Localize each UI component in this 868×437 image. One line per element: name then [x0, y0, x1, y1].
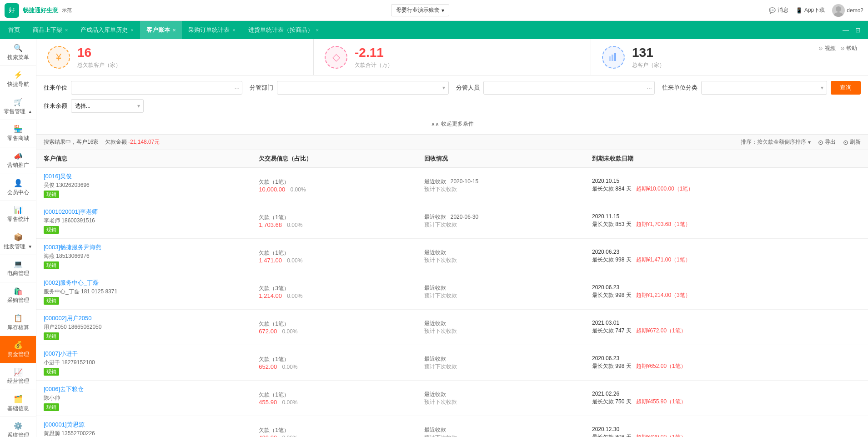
app-icon: 📱 [796, 7, 803, 14]
sidebar-item-retail-mgmt[interactable]: 🛒 零售管理 ▲ [0, 93, 36, 120]
debt-amount-6[interactable]: 455.90 [259, 399, 277, 406]
sort-select[interactable]: 排序：按欠款金额倒序排序 ▾ [741, 138, 811, 146]
cell-due-date-5: 2020.06.23 最长欠款 998 天 超期¥652.00（1笔） [585, 345, 868, 381]
dept-select[interactable] [277, 81, 448, 95]
sidebar-item-quick-nav[interactable]: ⚡ 快捷导航 [0, 66, 36, 93]
customer-name-2[interactable]: [0003]畅捷服务尹海燕 [44, 243, 244, 251]
nav-tabs: 首页 商品上下架 × 产成品入库单历史 × 客户账本 × 采购订单统计表 × 进… [0, 21, 868, 39]
sidebar-item-batch-mgmt[interactable]: 📦 批发管理 ▼ [0, 228, 36, 255]
help-btn[interactable]: ⊙ 帮助 [840, 45, 857, 52]
customer-name-5[interactable]: [0007]小进干 [44, 350, 244, 358]
inventory-icon: 📋 [14, 314, 23, 323]
message-btn[interactable]: 💬 消息 [769, 6, 788, 14]
tab-customer-account[interactable]: 客户账本 × [140, 21, 182, 39]
total-customers-label: 总客户（家） [632, 61, 811, 69]
sidebar-item-retail-store[interactable]: 🏪 零售商城 [0, 120, 36, 147]
nav-minimize-icon[interactable]: — [841, 25, 851, 35]
balance-select[interactable]: 选择... 全部 欠款 预付 [71, 99, 144, 113]
sidebar-item-member[interactable]: 👤 会员中心 [0, 174, 36, 201]
cell-due-date-3: 2020.06.23 最长欠款 998 天 超期¥1,214.00（3笔） [585, 274, 868, 310]
overdue-text-1[interactable]: 超期¥1,703.68（1笔） [636, 221, 691, 227]
owed-total-icon: ◇ [325, 46, 347, 69]
sidebar-item-base-info[interactable]: 🗂️ 基础信息 [0, 390, 36, 417]
close-tab-product-shelf[interactable]: × [65, 27, 68, 33]
customer-name-4[interactable]: [000002]用户2050 [44, 314, 244, 322]
customer-badge-5: 现销 [44, 368, 59, 376]
customer-name-6[interactable]: [0006]去下粮仓 [44, 385, 244, 393]
person-input[interactable] [483, 81, 655, 95]
overdue-text-4[interactable]: 超期¥672.00（1笔） [636, 327, 686, 334]
sidebar-item-ops[interactable]: 📈 经营管理 [0, 363, 36, 390]
sidebar-item-ecommerce[interactable]: 💻 电商管理 [0, 255, 36, 282]
col-debt-info: 欠交易信息（占比） [251, 150, 416, 168]
debt-amount-1[interactable]: 1,703.68 [259, 221, 282, 228]
person-dots[interactable]: ··· [647, 84, 652, 91]
sidebar-item-sys-mgmt[interactable]: ⚙️ 系统管理 [0, 417, 36, 437]
source-unit-dots[interactable]: ··· [235, 84, 240, 91]
tab-inventory-stats[interactable]: 进货单统计表（按商品） × [242, 21, 325, 39]
customer-name-7[interactable]: [000001]黄思源 [44, 421, 244, 429]
sidebar-item-finance[interactable]: 💰 资金管理 [0, 336, 36, 363]
debt-amount-7[interactable]: 429.00 [259, 434, 277, 437]
balance-label: 往来余额 [44, 102, 67, 110]
close-tab-purchase-order[interactable]: × [232, 27, 235, 33]
overdue-text-6[interactable]: 超期¥455.90（1笔） [636, 398, 686, 405]
sidebar-item-inventory[interactable]: 📋 库存核算 [0, 309, 36, 336]
debt-amount-2[interactable]: 1,471.00 [259, 257, 282, 264]
close-tab-inventory-stats[interactable]: × [316, 27, 319, 33]
search-button[interactable]: 查询 [831, 81, 861, 95]
refresh-btn[interactable]: ⊙ 刷新 [843, 138, 861, 146]
debt-amount-4[interactable]: 672.00 [259, 328, 277, 335]
svg-rect-4 [614, 53, 616, 61]
collapse-row[interactable]: ∧∧ 收起更多条件 [44, 117, 861, 129]
debt-percent-4: 0.00% [282, 328, 297, 335]
debt-count-4: 欠款（1笔） [259, 320, 409, 328]
due-date-0: 2020.10.15 [592, 178, 861, 184]
latest-label-3: 最近收款 [424, 284, 577, 292]
due-date-4: 2021.03.01 [592, 320, 861, 326]
store-selector[interactable]: 母婴行业演示账套 ▾ [391, 4, 449, 16]
owed-customers-number: 16 [77, 45, 302, 60]
unit-category-select-wrap: ▾ [701, 81, 827, 95]
debt-amount-5[interactable]: 652.00 [259, 363, 277, 370]
customer-name-3[interactable]: [0002]服务中心_丁磊 [44, 279, 244, 287]
latest-label-1: 最近收款 2020-06-30 [424, 213, 577, 221]
debt-count-1: 欠款（1笔） [259, 214, 409, 221]
customer-name-1[interactable]: [0001020001]李老师 [44, 208, 244, 216]
sidebar-item-marketing[interactable]: 📣 营销推广 [0, 147, 36, 174]
user-menu[interactable]: demo2 [832, 4, 863, 17]
sidebar-item-search-menu[interactable]: 🔍 搜索菜单 [0, 39, 36, 66]
nav-maximize-icon[interactable]: ⊡ [853, 25, 863, 35]
video-help-btn[interactable]: ⊙ 视频 [818, 45, 835, 52]
next-collect-2: 预计下次收款 [424, 256, 577, 264]
overdue-text-7[interactable]: 超期¥429.00（1笔） [636, 434, 686, 437]
tab-purchase-order-label: 采购订单统计表 [188, 26, 230, 34]
close-tab-customer-account[interactable]: × [173, 27, 176, 33]
stats-bar: ¥ 16 总欠款客户（家） ◇ -2.11 欠款合计（万） [36, 39, 868, 75]
header-right: 💬 消息 📱 App下载 demo2 [769, 4, 863, 17]
overdue-text-2[interactable]: 超期¥1,471.00（1笔） [636, 256, 691, 263]
debt-amount-3[interactable]: 1,214.00 [259, 292, 282, 299]
overdue-text-0[interactable]: 超期¥10,000.00（1笔） [636, 186, 694, 192]
export-btn[interactable]: ⊙ 导出 [818, 138, 836, 146]
sidebar-item-purchase[interactable]: 🛍️ 采购管理 [0, 282, 36, 309]
cell-debt-info-5: 欠款（1笔） 652.00 0.00% [251, 345, 416, 381]
source-unit-input[interactable] [71, 81, 242, 95]
close-tab-product-history[interactable]: × [130, 27, 133, 33]
result-bar-right: 排序：按欠款金额倒序排序 ▾ ⊙ 导出 ⊙ 刷新 [741, 138, 861, 146]
customer-name-0[interactable]: [0016]吴俊 [44, 172, 244, 181]
app-download-btn[interactable]: 📱 App下载 [796, 6, 825, 14]
unit-category-select[interactable] [701, 81, 827, 95]
tab-home[interactable]: 首页 [2, 21, 26, 39]
cell-collection-2: 最近收款 预计下次收款 [417, 239, 585, 274]
tab-product-history-label: 产成品入库单历史 [80, 26, 128, 34]
overdue-text-5[interactable]: 超期¥652.00（1笔） [636, 363, 686, 369]
overdue-text-3[interactable]: 超期¥1,214.00（3笔） [636, 292, 691, 298]
debt-amount-0[interactable]: 10,000.00 [259, 186, 285, 193]
cell-collection-4: 最近收款 预计下次收款 [417, 310, 585, 345]
tab-product-history[interactable]: 产成品入库单历史 × [74, 21, 140, 39]
tab-purchase-order[interactable]: 采购订单统计表 × [182, 21, 241, 39]
sidebar-item-retail-stats[interactable]: 📊 零售统计 [0, 201, 36, 228]
tab-product-shelf[interactable]: 商品上下架 × [26, 21, 74, 39]
purchase-icon: 🛍️ [14, 287, 23, 296]
